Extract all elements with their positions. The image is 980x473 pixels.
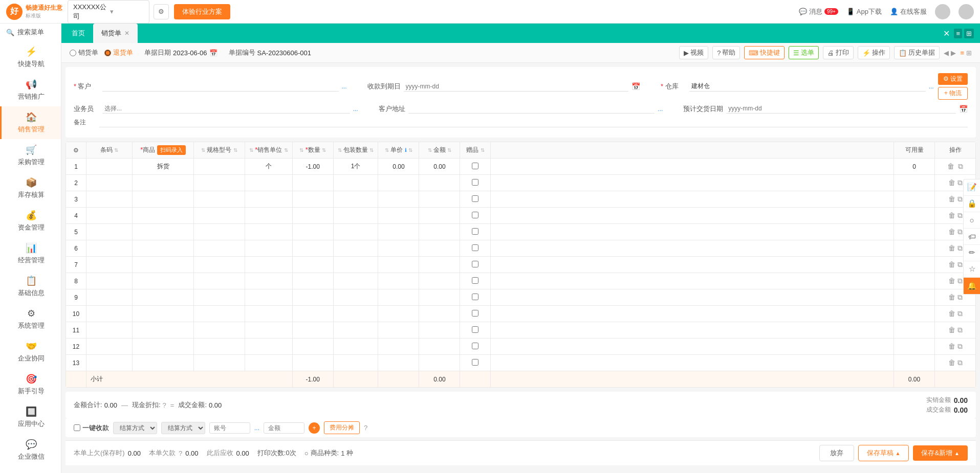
delete-icon-6[interactable]: 🗑 — [948, 244, 955, 252]
copy-icon-8[interactable]: ⧉ — [957, 277, 963, 285]
gift-checkbox-11[interactable] — [472, 326, 478, 333]
copy-icon-6[interactable]: ⧉ — [957, 244, 963, 252]
copy-icon-3[interactable]: ⧉ — [957, 195, 963, 203]
gift-checkbox-2[interactable] — [472, 179, 478, 186]
trial-button[interactable]: 体验行业方案 — [174, 4, 230, 19]
grid-view-icon[interactable]: ⊞ — [966, 49, 972, 57]
sidebar-item-inventory[interactable]: 📦 库存核算 — [0, 172, 61, 205]
copy-icon-7[interactable]: ⧉ — [957, 260, 963, 268]
float-alert-btn[interactable]: 🔔 — [964, 278, 980, 294]
gift-checkbox-10[interactable] — [472, 310, 478, 317]
tab-home[interactable]: 首页 — [63, 24, 93, 43]
expected-date-input[interactable] — [726, 104, 956, 114]
toolbar-help-btn[interactable]: ? 帮助 — [712, 46, 740, 59]
sidebar-item-enterprise[interactable]: 🤝 企业协同 — [0, 335, 61, 368]
app-download-btn[interactable]: 📱 App下载 — [846, 7, 882, 16]
abandon-button[interactable]: 放弃 — [819, 445, 854, 461]
gift-checkbox-6[interactable] — [472, 244, 478, 251]
delete-icon-12[interactable]: 🗑 — [948, 342, 955, 350]
save-draft-button[interactable]: 保存草稿 ▲ — [858, 445, 909, 461]
tab-close-all-icon[interactable]: ✕ — [943, 29, 950, 38]
gift-checkbox-12[interactable] — [472, 343, 478, 349]
radio-sales[interactable]: 销货单 — [70, 48, 98, 57]
delete-icon-3[interactable]: 🗑 — [948, 195, 955, 203]
search-menu-btn[interactable]: 🔍 搜索菜单 — [0, 24, 61, 41]
receive-date-input[interactable] — [404, 82, 629, 92]
salesperson-picker-icon[interactable]: ... — [353, 105, 358, 112]
company-selector[interactable]: XXXXXX公司 ▾ — [68, 0, 149, 24]
col-settings[interactable]: ⚙ — [66, 142, 86, 159]
remarks-input[interactable] — [99, 118, 968, 127]
account-picker-icon[interactable]: ... — [254, 424, 259, 432]
delete-icon-9[interactable]: 🗑 — [948, 293, 955, 301]
sidebar-item-wechat[interactable]: 💬 企业微信 — [0, 434, 61, 466]
toolbar-print-btn[interactable]: 🖨 打印 — [823, 46, 854, 59]
copy-icon-5[interactable]: ⧉ — [957, 228, 963, 236]
message-btn[interactable]: 💬 消息 99+ — [799, 7, 838, 16]
copy-icon-1[interactable]: ⧉ — [958, 162, 963, 170]
add-payment-btn[interactable]: + — [309, 422, 320, 434]
gift-checkbox-7[interactable] — [472, 261, 478, 267]
delete-icon-10[interactable]: 🗑 — [948, 309, 955, 318]
gift-checkbox-4[interactable] — [472, 212, 478, 218]
sidebar-item-operations[interactable]: 📊 经营管理 — [0, 237, 61, 270]
sidebar-item-appstore[interactable]: 🔲 应用中心 — [0, 401, 61, 434]
copy-icon-11[interactable]: ⧉ — [957, 326, 963, 334]
gift-checkbox-13[interactable] — [472, 359, 478, 366]
avatar-2[interactable] — [959, 4, 974, 19]
tab-sales-order[interactable]: 销货单 ✕ — [93, 24, 138, 43]
float-star-btn[interactable]: ☆ — [964, 261, 980, 278]
scan-button[interactable]: 扫码录入 — [157, 145, 186, 155]
one-click-pay-checkbox[interactable] — [74, 424, 80, 431]
salesperson-input[interactable] — [102, 104, 350, 114]
customer-input[interactable] — [102, 82, 339, 92]
toolbar-select-btn[interactable]: ☰ 选单 — [789, 46, 819, 59]
sidebar-item-purchase[interactable]: 🛒 采购管理 — [0, 139, 61, 172]
arrears-help-icon[interactable]: ? — [179, 449, 182, 457]
save-new-button[interactable]: 保存&新增 ▲ — [913, 445, 968, 461]
sidebar-item-sales[interactable]: 🏠 销售管理 — [0, 106, 61, 139]
delete-icon-13[interactable]: 🗑 — [948, 358, 955, 367]
sidebar-item-basic[interactable]: 📋 基础信息 — [0, 270, 61, 303]
settings-button[interactable]: ⚙ 设置 — [938, 73, 968, 85]
delete-icon-2[interactable]: 🗑 — [948, 178, 955, 187]
copy-icon-13[interactable]: ⧉ — [957, 358, 963, 367]
expense-split-btn[interactable]: 费用分摊 — [324, 421, 360, 434]
copy-icon-4[interactable]: ⧉ — [957, 211, 963, 219]
customer-picker-icon[interactable]: ... — [342, 83, 347, 90]
payment-method-select[interactable]: 结算方式 — [113, 422, 157, 434]
copy-icon-2[interactable]: ⧉ — [957, 178, 963, 187]
gift-checkbox-1[interactable] — [472, 163, 478, 169]
delete-icon-11[interactable]: 🗑 — [948, 326, 955, 334]
payment-account-input[interactable] — [209, 422, 250, 434]
calendar-icon[interactable]: 📅 — [209, 49, 217, 57]
payment-amount-input[interactable] — [264, 422, 304, 434]
delete-icon-4[interactable]: 🗑 — [948, 211, 955, 219]
toolbar-shortcut-btn[interactable]: ⌨ 快捷键 — [744, 46, 785, 59]
float-note-btn[interactable]: 📝 — [964, 179, 980, 196]
warehouse-input[interactable] — [689, 82, 926, 92]
expense-help-icon[interactable]: ? — [364, 424, 367, 432]
view-list-icon[interactable]: ≡ — [954, 29, 962, 38]
receive-date-calendar-icon[interactable]: 📅 — [631, 82, 640, 91]
float-tag-btn[interactable]: 🏷 — [964, 229, 980, 245]
sidebar-item-newbie[interactable]: 🎯 新手引导 — [0, 368, 61, 401]
settings-icon[interactable]: ⚙ — [154, 4, 169, 19]
table-view-icon[interactable]: ≡ — [960, 49, 964, 57]
tab-close-icon[interactable]: ✕ — [124, 30, 129, 37]
prev-icon[interactable]: ◀ — [944, 49, 949, 57]
sidebar-item-system[interactable]: ⚙ 系统管理 — [0, 303, 61, 335]
copy-icon-10[interactable]: ⧉ — [957, 309, 963, 318]
gift-checkbox-3[interactable] — [472, 195, 478, 202]
delete-icon-7[interactable]: 🗑 — [948, 260, 955, 268]
expected-date-calendar-icon[interactable]: 📅 — [959, 105, 968, 113]
payment-calc-select[interactable]: 结算方式 — [161, 422, 205, 434]
toolbar-video-btn[interactable]: ▶ 视频 — [679, 46, 708, 59]
sidebar-item-finance[interactable]: 💰 资金管理 — [0, 205, 61, 237]
copy-icon-9[interactable]: ⧉ — [957, 293, 963, 301]
gift-checkbox-9[interactable] — [472, 294, 478, 300]
product-type-info[interactable]: ○ 商品种类: 1 种 — [304, 448, 354, 458]
gift-checkbox-8[interactable] — [472, 277, 478, 284]
sidebar-item-vip[interactable]: V 畅会员 — [0, 466, 61, 473]
addr-picker-icon[interactable]: ... — [658, 105, 663, 112]
